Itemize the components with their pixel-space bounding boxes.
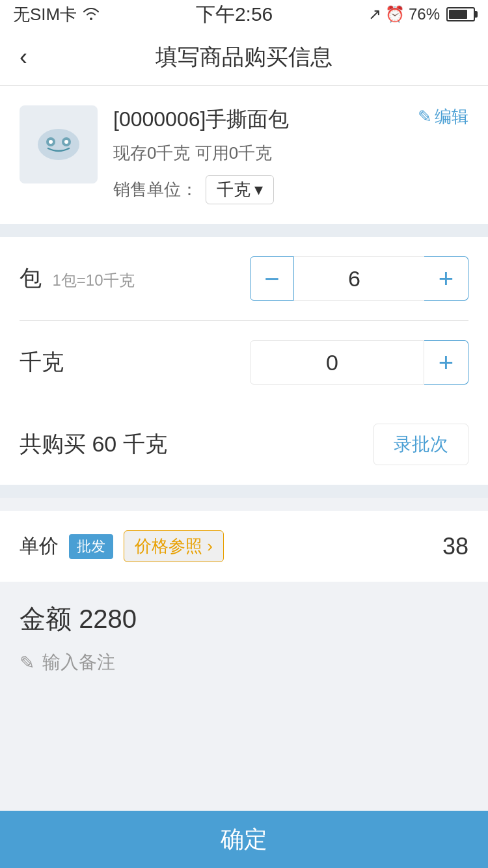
edit-label: 编辑 xyxy=(435,105,468,128)
edit-button[interactable]: ✎ 编辑 xyxy=(418,105,468,128)
summary-section: 共购买 60 千克 录批次 xyxy=(0,404,488,485)
package-label: 包 1包=10千克 xyxy=(20,264,135,293)
price-row: 单价 批发 价格参照 › 38 xyxy=(20,530,468,562)
price-label: 单价 xyxy=(20,533,59,560)
product-stock: 现存0千克 可用0千克 xyxy=(113,142,402,165)
dropdown-chevron-icon: ▾ xyxy=(254,180,263,200)
product-unit-row: 销售单位： 千克 ▾ xyxy=(113,175,402,204)
batch-button[interactable]: 录批次 xyxy=(373,424,468,465)
battery-icon xyxy=(446,7,475,21)
status-right: ↗ ⏰ 76% xyxy=(368,5,475,23)
amount-number: 2280 xyxy=(79,604,137,633)
status-left: 无SIM卡 xyxy=(13,3,100,26)
price-section: 单价 批发 价格参照 › 38 xyxy=(0,511,488,582)
back-button[interactable]: ‹ xyxy=(20,44,27,71)
status-bar: 无SIM卡 下午2:56 ↗ ⏰ 76% xyxy=(0,0,488,29)
product-image xyxy=(20,105,98,183)
alarm-icon: ⏰ xyxy=(385,5,405,23)
edit-icon: ✎ xyxy=(418,107,432,127)
kg-label: 千克 xyxy=(20,347,64,377)
package-input-row: 包 1包=10千克 − + xyxy=(20,237,468,321)
status-time: 下午2:56 xyxy=(196,1,273,28)
nav-bar: ‹ 填写商品购买信息 xyxy=(0,29,488,86)
summary-text: 共购买 60 千克 xyxy=(20,429,167,459)
section-divider-2 xyxy=(0,485,488,498)
package-input[interactable] xyxy=(294,256,424,301)
battery-percent: 76% xyxy=(409,5,440,23)
section-divider-1 xyxy=(0,224,488,237)
package-stepper: − + xyxy=(250,256,468,301)
product-name: [0000006]手撕面包 xyxy=(113,105,402,134)
carrier-text: 无SIM卡 xyxy=(13,3,77,26)
amount-label: 金额 xyxy=(20,604,72,633)
summary-row: 共购买 60 千克 录批次 xyxy=(20,404,468,485)
remark-placeholder: 输入备注 xyxy=(42,650,115,675)
kg-input-row: 千克 + xyxy=(20,321,468,404)
price-value: 38 xyxy=(442,533,468,560)
input-section: 包 1包=10千克 − + 千克 + xyxy=(0,237,488,404)
confirm-button[interactable]: 确定 xyxy=(0,811,488,868)
wifi-icon xyxy=(82,5,100,25)
svg-point-3 xyxy=(49,140,53,144)
location-icon: ↗ xyxy=(368,5,381,23)
unit-label: 销售单位： xyxy=(113,178,198,201)
package-minus-button[interactable]: − xyxy=(250,256,294,301)
price-tag-badge: 批发 xyxy=(69,534,113,559)
amount-row: 金额 2280 xyxy=(20,601,468,637)
price-reference-button[interactable]: 价格参照 › xyxy=(124,530,224,562)
svg-point-0 xyxy=(38,129,79,160)
amount-section: 金额 2280 ✎ 输入备注 xyxy=(0,582,488,694)
product-info: [0000006]手撕面包 现存0千克 可用0千克 销售单位： 千克 ▾ xyxy=(113,105,402,204)
package-plus-button[interactable]: + xyxy=(424,256,468,301)
unit-dropdown[interactable]: 千克 ▾ xyxy=(206,175,274,204)
kg-plus-button[interactable]: + xyxy=(424,340,468,385)
product-card-right: ✎ 编辑 xyxy=(418,105,468,128)
kg-input[interactable] xyxy=(250,340,424,385)
remark-row[interactable]: ✎ 输入备注 xyxy=(20,650,468,675)
pencil-icon: ✎ xyxy=(20,652,34,673)
product-card: [0000006]手撕面包 现存0千克 可用0千克 销售单位： 千克 ▾ ✎ 编… xyxy=(0,86,488,224)
confirm-button-label: 确定 xyxy=(221,824,267,856)
svg-point-4 xyxy=(64,140,68,144)
package-sublabel: 1包=10千克 xyxy=(52,271,134,289)
kg-stepper: + xyxy=(250,340,468,385)
page-title: 填写商品购买信息 xyxy=(156,42,332,72)
